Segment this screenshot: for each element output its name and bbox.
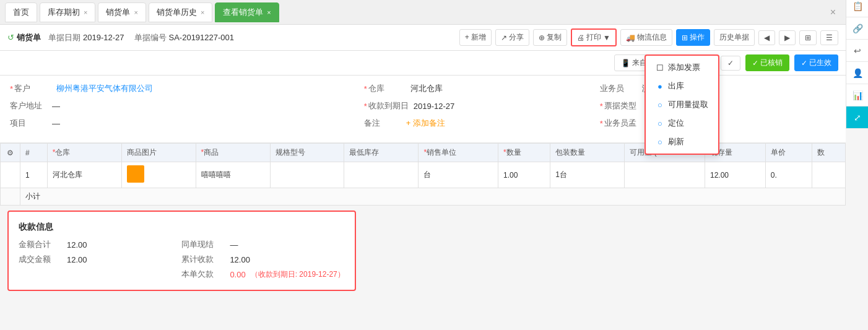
address-label: 客户地址 [10,100,47,111]
tab-sales-label: 销货单 [106,7,130,18]
tab-sales-close[interactable]: × [134,9,137,16]
tab-home-label: 首页 [13,7,29,18]
print-button[interactable]: 🖨 打印 ▼ [571,28,617,46]
sidebar-expand-icon: ⤢ [854,113,861,123]
cumulative-value: 12.00 [230,255,250,264]
sidebar-icon-3[interactable]: ↩ [846,40,868,62]
row-stock: 12.00 [705,162,765,188]
phone-icon: 📱 [621,59,630,67]
list-view-button[interactable]: ☰ [820,30,838,45]
history-button[interactable]: 历史单据 [714,29,755,46]
note-label: 备注 [364,118,401,129]
add-invoice-label: 添加发票 [668,62,700,73]
customer-req: * [10,84,13,93]
nav-left-button[interactable]: ◀ [758,30,775,45]
tab-sales-history-close[interactable]: × [201,9,204,16]
cumulative-label: 累计收款 [181,254,225,265]
sidebar-user-icon: 👤 [853,68,863,78]
logistics-button[interactable]: 🚚 物流信息 [620,29,672,46]
tab-inventory-label: 库存期初 [48,7,80,18]
avail-qty-item[interactable]: ○ 可用量提取 [646,95,718,114]
sidebar-icon-1[interactable]: 📋 [846,0,868,17]
avail-qty-label: 可用量提取 [668,99,708,110]
warehouse-field: * 仓库 河北仓库 [364,83,600,94]
row-product: 嘻嘻嘻嘻 [196,162,270,188]
sidebar-chart-icon: 📊 [853,90,863,100]
customer-value[interactable]: 柳州粤港平安气体有限公司 [56,83,153,94]
print-dropdown-icon: ▼ [603,33,610,42]
history-button-label: 历史单据 [719,32,749,43]
product-image [127,165,144,183]
window-close-button[interactable]: × [825,7,841,18]
tab-inventory-close[interactable]: × [84,9,87,16]
operate-button[interactable]: ⊞ 操作 [676,29,710,46]
deal-amount-label: 成交金额 [19,254,62,265]
toolbar-actions: + 新增 ↗ 分享 ⊕ 复制 🖨 打印 ▼ 🚚 物流信息 ⊞ 操作 [459,28,838,46]
subtotal-actions [1,188,20,206]
invoice-label: 票据类型 [604,100,641,111]
share-button[interactable]: ↗ 分享 [495,29,529,46]
refresh-item[interactable]: ○ 刷新 [646,132,718,151]
locate-icon: ○ [656,119,664,128]
grid-view-icon: ⊞ [805,33,811,42]
refresh-label: 刷新 [668,136,684,147]
refresh-icon: ○ [656,137,664,146]
verified-button[interactable]: ✓ 已核销 [745,54,789,71]
sidebar-icon-6[interactable]: ⤢ [846,106,868,129]
sidebar-icon-5[interactable]: 📊 [846,84,868,106]
date-label: 单据日期 [48,32,80,43]
staff-label: 业务员 [600,83,637,94]
subtotal-label: 小计 [20,188,846,206]
th-product: *商品 [196,144,270,162]
th-min-stock: 最低库存 [344,144,419,162]
warehouse-label: 仓库 [368,83,406,94]
payment-info-title: 收款信息 [19,222,345,233]
doc-title: 销货单 [17,32,41,43]
add-invoice-item[interactable]: ☐ 添加发票 [646,58,718,77]
locate-item[interactable]: ○ 定位 [646,114,718,132]
print-button-label: 打印 [586,32,601,43]
outbound-label: 出库 [668,80,684,92]
nav-right-button[interactable]: ▶ [779,30,796,45]
row-img [121,162,196,188]
confirm-button[interactable]: ✓ [721,56,740,71]
tab-bar: 首页 库存期初 × 销货单 × 销货单历史 × 查看销货单 × × [0,0,846,25]
arrears-value: 0.00 [230,270,245,279]
add-note-button[interactable]: 添加备注 [406,118,445,129]
th-no: # [20,144,48,162]
tab-inventory[interactable]: 库存期初 × [40,2,95,22]
subtotal-row: 小计 [1,188,846,206]
copy-button-label: 复制 [547,32,562,43]
sidebar-link-icon: 🔗 [853,24,863,33]
row-actions [1,162,20,188]
tab-home[interactable]: 首页 [5,2,37,22]
sidebar-icon-2[interactable]: 🔗 [846,17,868,40]
total-value: 12.00 [67,240,87,250]
tab-sales[interactable]: 销货单 × [98,2,145,22]
tab-view-sales-close[interactable]: × [267,9,271,16]
operate-button-label: 操作 [690,32,705,43]
outbound-item[interactable]: ● 出库 [646,77,718,95]
due-date-label: 收款到期日 [368,100,409,111]
tab-sales-history[interactable]: 销货单历史 × [149,2,212,22]
arrears-label: 本单欠款 [181,269,225,280]
row-warehouse: 河北仓库 [47,162,121,188]
sidebar-icon-4[interactable]: 👤 [846,62,868,84]
new-button[interactable]: + 新增 [459,29,492,46]
outbound-icon: ● [656,82,664,90]
add-invoice-icon: ☐ [656,63,664,72]
grid-view-button[interactable]: ⊞ [799,30,817,45]
warehouse-req: * [364,84,367,93]
invoice-req: * [600,102,603,111]
effective-icon: ✓ [801,59,807,67]
effective-button[interactable]: ✓ 已生效 [794,54,838,71]
project-field: 项目 — [10,118,364,129]
row-more [812,162,846,188]
tab-view-sales[interactable]: 查看销货单 × [215,2,279,22]
confirm-icon: ✓ [727,59,734,67]
th-gear[interactable]: ⚙ [1,144,20,162]
copy-button[interactable]: ⊕ 复制 [533,29,567,46]
address-value: — [52,102,60,111]
row-qty: 1.00 [498,162,550,188]
staff2-label: 业务员孟 [604,118,641,129]
